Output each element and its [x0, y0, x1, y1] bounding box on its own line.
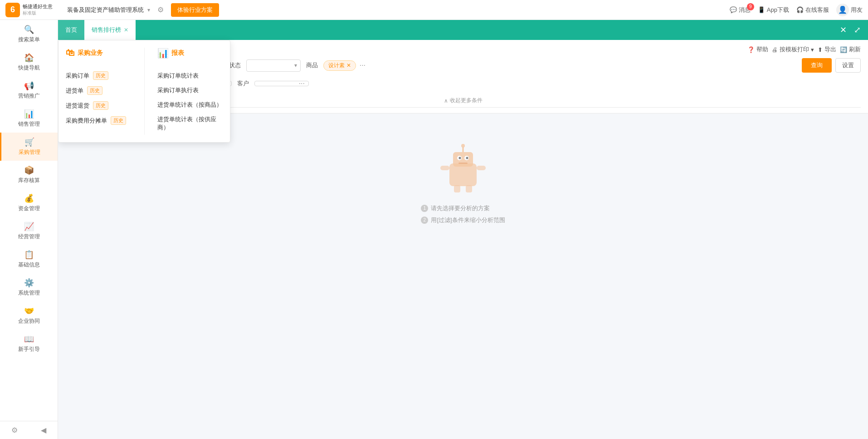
logo-area: 6 畅捷通好生意 标准版 — [5, 3, 63, 17]
tab-close-icon[interactable]: ✕ — [124, 27, 128, 33]
report-col: 📊 报表 采购订单统计表 采购订单执行表 进货单统计表（按商品） 进货单统计表（… — [157, 48, 223, 135]
notification-item[interactable]: 💬 消息 9 — [730, 6, 751, 14]
sidebar-item-label: 库存核算 — [18, 177, 40, 184]
help-btn[interactable]: ❓ 帮助 — [747, 45, 768, 54]
dropdown-item-goods-receipt-stat-by-supplier[interactable]: 进货单统计表（按供应商） — [157, 112, 223, 135]
sidebar-item-label: 采购管理 — [19, 148, 40, 156]
sidebar-item-purchase[interactable]: 🛒 采购管理 — [0, 133, 58, 161]
dropdown-item-goods-return[interactable]: 进货退货 历史 — [66, 98, 132, 113]
empty-illustration — [436, 141, 490, 195]
sidebar-item-label: 销售管理 — [18, 120, 40, 128]
menu-divider — [144, 48, 145, 135]
tab-bar-right: ✕ ⤢ — [838, 23, 868, 37]
sidebar-item-inventory[interactable]: 📦 库存核算 — [0, 161, 58, 189]
logo-text: 畅捷通好生意 标准版 — [23, 3, 53, 16]
print-dropdown-icon: ▾ — [811, 46, 814, 53]
svg-rect-6 — [458, 163, 468, 164]
svg-point-5 — [466, 157, 468, 159]
headset-icon: 🎧 — [796, 6, 804, 13]
svg-rect-1 — [453, 152, 473, 167]
action-buttons: 查询 设置 — [802, 58, 861, 73]
collapse-sidebar-icon[interactable]: ◀ — [41, 426, 46, 434]
report-col-icon: 📊 — [157, 48, 169, 59]
sidebar-item-sales[interactable]: 📊 销售管理 — [0, 104, 58, 133]
svg-rect-8 — [477, 166, 486, 170]
tab-home[interactable]: 首页 — [58, 20, 84, 40]
customer-input[interactable]: ··· — [254, 81, 309, 86]
export-icon: ⬆ — [818, 46, 823, 53]
tab-close-btn[interactable]: ✕ — [838, 23, 848, 37]
notification-badge: 9 — [747, 3, 754, 10]
sidebar-bottom: ⚙ ◀ — [0, 421, 58, 439]
enterprise-icon: 🤝 — [24, 306, 34, 316]
finance-icon: 💰 — [24, 193, 34, 203]
customer-dots[interactable]: ··· — [297, 79, 307, 88]
robot-svg — [436, 141, 490, 195]
dropdown-item-goods-receipt-stat-by-goods[interactable]: 进货单统计表（按商品） — [157, 98, 223, 112]
dropdown-overlay: 🛍 采购业务 采购订单 历史 进货单 历史 进货退货 — [58, 40, 230, 143]
history-badge-2: 历史 — [93, 101, 108, 110]
svg-rect-9 — [454, 185, 460, 192]
empty-hint-2: 2 用[过滤]条件来缩小分析范围 — [421, 214, 505, 226]
tab-expand-btn[interactable]: ⤢ — [852, 23, 863, 37]
sidebar-item-label: 搜索菜单 — [18, 36, 40, 44]
doc-status-select[interactable] — [246, 59, 301, 72]
system-name: 装备及固定资产辅助管理系统 — [67, 6, 144, 14]
marketing-icon: 📢 — [24, 81, 34, 91]
settings-gear-icon[interactable]: ⚙ — [157, 5, 164, 14]
goods-more-icon[interactable]: ··· — [358, 61, 367, 69]
history-badge-3: 历史 — [111, 116, 126, 125]
refresh-btn[interactable]: 🔄 刷新 — [840, 45, 861, 54]
settings-button[interactable]: 设置 — [835, 58, 861, 73]
industry-btn[interactable]: 体验行业方案 — [171, 3, 219, 17]
goods-tag-close[interactable]: ✕ — [346, 62, 351, 69]
sidebar-item-newbie[interactable]: 📖 新手引导 — [0, 330, 58, 358]
sidebar-item-basic[interactable]: 📋 基础信息 — [0, 245, 58, 273]
dropdown-item-purchase-order-exec[interactable]: 采购订单执行表 — [157, 83, 223, 98]
print-template-btn[interactable]: 🖨 按模板打印 ▾ — [772, 45, 814, 54]
system-icon: ⚙️ — [24, 278, 34, 288]
logo-icon: 6 — [5, 3, 20, 17]
sidebar-item-label: 基础信息 — [18, 261, 40, 269]
sidebar-item-system[interactable]: ⚙️ 系统管理 — [0, 273, 58, 301]
app-download-item[interactable]: 📱 App下载 — [758, 6, 789, 14]
help-icon: ❓ — [747, 46, 755, 53]
tab-sales-ranking[interactable]: 销售排行榜 ✕ — [84, 20, 136, 40]
dropdown-item-purchase-order[interactable]: 采购订单 历史 — [66, 68, 132, 83]
sidebar-item-search[interactable]: 🔍 搜索菜单 — [0, 20, 58, 48]
app-container: 6 畅捷通好生意 标准版 装备及固定资产辅助管理系统 ▾ ⚙ 体验行业方案 💬 … — [0, 0, 868, 439]
hint-dot-2: 2 — [421, 217, 428, 224]
sidebar-item-label: 系统管理 — [18, 289, 40, 297]
title-dropdown-arrow[interactable]: ▾ — [147, 7, 150, 13]
message-icon: 💬 — [730, 6, 737, 13]
purchase-col-title: 🛍 采购业务 — [66, 48, 132, 62]
sidebar-item-marketing[interactable]: 📢 营销推广 — [0, 76, 58, 104]
dropdown-item-purchase-order-stat[interactable]: 采购订单统计表 — [157, 69, 223, 83]
dropdown-item-goods-receipt[interactable]: 进货单 历史 — [66, 83, 132, 98]
query-button[interactable]: 查询 — [802, 58, 832, 73]
sidebar-item-label: 资金管理 — [18, 205, 40, 212]
dropdown-item-purchase-expense[interactable]: 采购费用分摊单 历史 — [66, 113, 132, 128]
sidebar-item-label: 新手引导 — [18, 345, 40, 353]
top-right: 💬 消息 9 📱 App下载 🎧 在线客服 👤 用友 — [730, 4, 863, 16]
operation-icon: 📈 — [24, 222, 34, 232]
sidebar-item-enterprise[interactable]: 🤝 企业协同 — [0, 301, 58, 330]
sidebar-item-finance[interactable]: 💰 资金管理 — [0, 189, 58, 217]
online-service-item[interactable]: 🎧 在线客服 — [796, 6, 829, 14]
refresh-icon: 🔄 — [840, 46, 847, 53]
user-item[interactable]: 👤 用友 — [836, 4, 863, 16]
bottom-settings-icon[interactable]: ⚙ — [11, 426, 18, 434]
purchase-col-icon: 🛍 — [66, 48, 75, 58]
export-btn[interactable]: ⬆ 导出 — [818, 45, 836, 54]
sales-icon: 📊 — [24, 109, 34, 119]
home-icon: 🏠 — [24, 53, 34, 63]
svg-point-12 — [461, 144, 465, 148]
sidebar: 🔍 搜索菜单 🏠 快捷导航 📢 营销推广 📊 销售管理 🛒 采购管理 📦 — [0, 20, 58, 439]
content-area: 首页 销售排行榜 ✕ ✕ ⤢ — [58, 20, 868, 439]
svg-rect-7 — [440, 166, 449, 170]
sidebar-item-operation[interactable]: 📈 经营管理 — [0, 217, 58, 245]
history-badge-0: 历史 — [93, 71, 108, 80]
collapse-up-icon: ∧ — [444, 98, 448, 104]
svg-rect-10 — [466, 185, 472, 192]
sidebar-item-quicknav[interactable]: 🏠 快捷导航 — [0, 48, 58, 76]
